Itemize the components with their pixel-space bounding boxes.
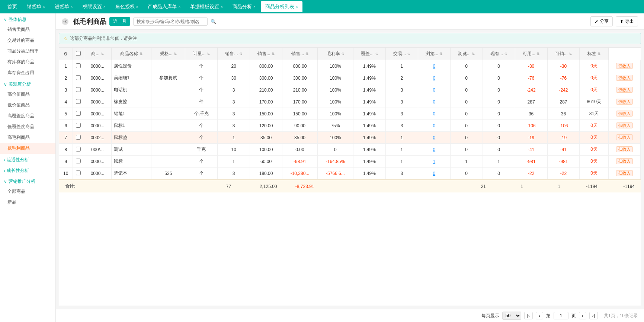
row-profit: 100% <box>317 108 353 120</box>
sidebar-item-high-value[interactable]: 高价值商品 <box>0 89 55 100</box>
sidebar-group-growth[interactable]: › 成长性分析 <box>0 165 55 175</box>
col-amount[interactable]: 销售... ⇅ <box>282 48 318 60</box>
col-unit[interactable]: 计量... ⇅ <box>185 48 218 60</box>
sidebar-collapse-btn[interactable]: ≪ <box>62 18 68 25</box>
nav-product-entry[interactable]: 产成品入库单 × <box>143 1 185 12</box>
nav-home[interactable]: 首页 <box>3 1 22 12</box>
sidebar-item-stock-goods[interactable]: 有库存的商品 <box>0 57 55 67</box>
col-name[interactable]: 商品名称 ⇅ <box>111 48 151 60</box>
row-checkbox[interactable] <box>76 63 81 68</box>
col-view2[interactable]: 浏览... ⇅ <box>450 48 483 60</box>
row-checkbox[interactable] <box>76 159 81 163</box>
sidebar-item-category-rate[interactable]: 商品分类助销率 <box>0 46 55 57</box>
col-coverage[interactable]: 覆盖... ⇅ <box>353 48 385 60</box>
nav-permission[interactable]: 权限设置 × <box>78 1 110 12</box>
sidebar-item-low-profit[interactable]: 低毛利商品 <box>0 143 55 154</box>
page-size-select[interactable]: 50 100 200 <box>502 312 521 320</box>
select-all-checkbox[interactable] <box>76 51 81 56</box>
total-info: 共1页，10条记录 <box>604 313 638 319</box>
col-price[interactable]: 销售... ⇅ <box>250 48 282 60</box>
row-tx[interactable]: 0 <box>418 60 450 72</box>
col-view1[interactable]: 浏览... ⇅ <box>418 48 450 60</box>
row-tx[interactable]: 1 <box>418 156 450 168</box>
sidebar-item-low-value[interactable]: 低价值商品 <box>0 100 55 111</box>
row-stock: -106 <box>515 120 547 132</box>
row-qty: 30 <box>218 72 250 84</box>
sidebar-item-new-goods[interactable]: 新品 <box>0 197 55 208</box>
share-btn[interactable]: ⤢ 分享 <box>590 16 613 26</box>
next-page-btn[interactable]: › <box>579 312 586 319</box>
row-avail: -242 <box>547 84 580 96</box>
search-input[interactable] <box>133 17 208 26</box>
row-unit: 个 <box>185 60 218 72</box>
sidebar-item-stock-fund[interactable]: 库存资金占用 <box>0 67 55 78</box>
sidebar-item-high-profit[interactable]: 高毛利商品 <box>0 132 55 143</box>
col-tag[interactable]: 标签 ⇅ <box>580 48 608 60</box>
col-settings[interactable]: ⚙ <box>59 48 73 60</box>
row-tx[interactable]: 0 <box>418 120 450 132</box>
row-name: 电话机 <box>111 84 151 96</box>
row-check <box>73 168 84 179</box>
row-tx[interactable]: 0 <box>418 132 450 144</box>
row-tx[interactable]: 0 <box>418 96 450 108</box>
row-tx[interactable]: 0 <box>418 72 450 84</box>
sidebar-group-overall[interactable]: ∨ 整体信息 <box>0 13 55 24</box>
col-spec[interactable]: 规格... ⇅ <box>151 48 185 60</box>
export-btn[interactable]: ⬆ 导出 <box>616 16 638 26</box>
sidebar-group-circulation[interactable]: › 流通性分析 <box>0 154 55 165</box>
chevron-down-icon: ∨ <box>4 82 7 87</box>
row-coverage: 1 <box>385 132 418 144</box>
row-view2: 0 <box>483 108 515 120</box>
first-page-btn[interactable]: |‹ <box>524 312 533 319</box>
row-checkbox[interactable] <box>76 75 81 80</box>
row-checkbox[interactable] <box>76 135 81 140</box>
col-tx[interactable]: 交易... ⇅ <box>385 48 418 60</box>
row-checkbox[interactable] <box>76 87 81 92</box>
row-checkbox[interactable] <box>76 123 81 128</box>
sidebar-item-low-coverage[interactable]: 低覆盖度商品 <box>0 121 55 132</box>
sidebar-group-beauty[interactable]: ∨ 美观度分析 <box>0 78 55 89</box>
row-unit: 件 <box>185 96 218 108</box>
row-checkbox[interactable] <box>76 99 81 104</box>
col-avail[interactable]: 可用... ⇅ <box>515 48 547 60</box>
nav-role[interactable]: 角色授权 × <box>111 1 143 12</box>
col-gross-rate[interactable]: 毛利率 ⇅ <box>317 48 353 60</box>
row-checkbox[interactable] <box>76 147 81 152</box>
page-input[interactable] <box>554 312 568 319</box>
row-coverage: 1 <box>385 60 418 72</box>
nav-goods-analysis[interactable]: 商品分析 × <box>228 1 260 12</box>
sidebar-item-traded-goods[interactable]: 交易过的商品 <box>0 35 55 46</box>
row-tx[interactable]: 0 <box>418 144 450 156</box>
nav-sales[interactable]: 销货单 × <box>22 1 49 12</box>
sidebar-group-marketing[interactable]: ∨ 营销推广分析 <box>0 175 55 186</box>
row-no: 9 <box>59 156 73 168</box>
row-checkbox[interactable] <box>76 111 81 116</box>
nav-goods-analysis-list[interactable]: 商品分析列表 × <box>261 1 302 12</box>
row-tx[interactable]: 0 <box>418 84 450 96</box>
row-code: 0000... <box>84 60 111 72</box>
row-qty: 1 <box>218 132 250 144</box>
warning-icon: ☆ <box>64 36 68 41</box>
col-code[interactable]: 商... ⇅ <box>84 48 111 60</box>
sidebar-item-sales-goods[interactable]: 销售类商品 <box>0 24 55 35</box>
row-no: 5 <box>59 108 73 120</box>
row-amount: 0.00 <box>282 144 318 156</box>
row-no: 7 <box>59 132 73 144</box>
search-icon[interactable]: 🔍 <box>211 19 216 24</box>
row-tag: 低收入 <box>608 60 641 72</box>
sidebar-item-all-goods[interactable]: 全部商品 <box>0 186 55 197</box>
row-tx[interactable]: 0 <box>418 168 450 179</box>
sidebar-item-high-coverage[interactable]: 高覆盖度商品 <box>0 111 55 121</box>
row-tx[interactable]: 0 <box>418 108 450 120</box>
col-check <box>73 48 84 60</box>
nav-template[interactable]: 单据模板设置 × <box>186 1 227 12</box>
col-stock[interactable]: 现有... ⇅ <box>483 48 515 60</box>
col-salable[interactable]: 可销... ⇅ <box>547 48 580 60</box>
row-salable: 0天 <box>580 156 608 168</box>
date-filter-btn[interactable]: 近一月 <box>109 17 130 26</box>
row-checkbox[interactable] <box>76 170 81 175</box>
col-qty[interactable]: 销售... ⇅ <box>218 48 250 60</box>
last-page-btn[interactable]: ›| <box>589 312 598 319</box>
prev-page-btn[interactable]: ‹ <box>536 312 543 319</box>
nav-purchase[interactable]: 进货单 × <box>50 1 77 12</box>
